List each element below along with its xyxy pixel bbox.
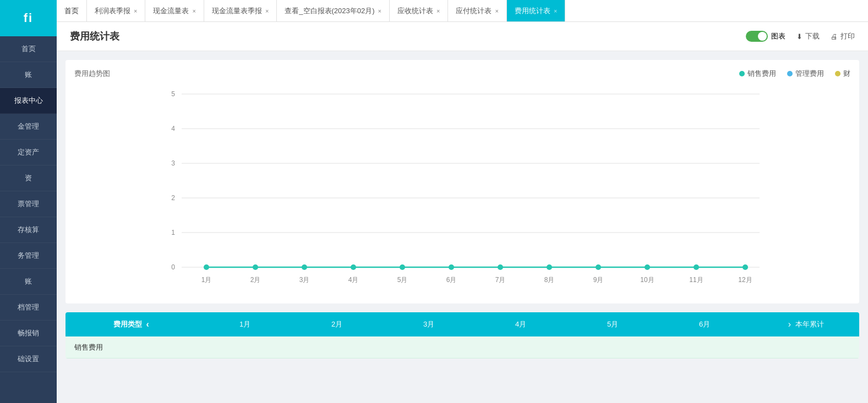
tab-home-label: 首页 — [64, 6, 79, 16]
tab-payable-stats[interactable]: 应付统计表 × — [448, 0, 506, 21]
legend-dot-sales — [739, 71, 745, 76]
print-button[interactable]: 🖨 打印 — [831, 31, 855, 41]
sidebar-item-investment[interactable]: 资 — [0, 165, 57, 191]
print-label: 打印 — [840, 31, 855, 41]
legend-label-admin: 管理费用 — [795, 69, 824, 79]
sidebar-item-write-off[interactable]: 畅报销 — [0, 321, 57, 346]
chart-wrapper: 5 4 3 2 1 0 — [74, 84, 850, 295]
header-actions: 图表 ⬇ 下载 🖨 打印 — [746, 31, 855, 42]
tab-receivable-stats-label: 应收统计表 — [397, 6, 433, 16]
legend-label-finance: 财 — [843, 69, 850, 79]
svg-text:4: 4 — [171, 125, 175, 133]
svg-text:0: 0 — [171, 263, 175, 271]
chart-point-9 — [596, 264, 601, 270]
th-m6-label: 6月 — [699, 319, 710, 329]
svg-text:1: 1 — [171, 229, 175, 236]
chart-toggle-wrap[interactable]: 图表 — [746, 31, 785, 42]
tab-payable-stats-close[interactable]: × — [495, 8, 498, 14]
sidebar-item-service-mgmt[interactable]: 务管理 — [0, 243, 57, 269]
tab-receivable-stats-close[interactable]: × — [436, 8, 440, 14]
chart-section: 费用趋势图 销售费用 管理费用 财 — [65, 60, 859, 303]
th-ytd: › 本年累计 — [751, 319, 859, 329]
chart-point-5 — [400, 264, 405, 270]
chart-point-10 — [645, 264, 650, 270]
svg-text:3月: 3月 — [299, 276, 310, 284]
tab-cashflow-quarterly-close[interactable]: × — [265, 8, 269, 14]
sidebar-item-inventory[interactable]: 存核算 — [0, 217, 57, 243]
print-icon: 🖨 — [831, 32, 838, 41]
svg-text:11月: 11月 — [689, 276, 703, 284]
svg-text:2: 2 — [171, 194, 175, 202]
sidebar-item-invoice-mgmt[interactable]: 票管理 — [0, 191, 57, 217]
tab-receivable-stats[interactable]: 应收统计表 × — [390, 0, 448, 21]
svg-text:12月: 12月 — [738, 276, 752, 284]
tab-cashflow-close[interactable]: × — [192, 8, 195, 14]
legend-dot-admin — [787, 71, 793, 76]
svg-text:3: 3 — [171, 159, 175, 167]
th-m3: 3月 — [383, 319, 475, 329]
download-icon: ⬇ — [796, 32, 803, 41]
th-type: 费用类型 ‹ — [65, 319, 199, 329]
tab-cashflow-quarterly[interactable]: 现金流量表季报 × — [204, 0, 277, 21]
tab-expense-stats-close[interactable]: × — [554, 8, 557, 14]
next-months-arrow[interactable]: › — [786, 319, 793, 329]
legend-label-sales: 销售费用 — [747, 69, 776, 79]
svg-text:5月: 5月 — [397, 276, 408, 284]
th-m4-label: 4月 — [515, 319, 526, 329]
table-header-row: 费用类型 ‹ 1月 2月 3月 4月 5月 — [65, 312, 859, 336]
chart-point-8 — [547, 264, 552, 270]
tab-blank-report-close[interactable]: × — [378, 8, 381, 14]
chart-point-11 — [694, 264, 699, 270]
th-ytd-label: 本年累计 — [795, 319, 824, 329]
tab-expense-stats[interactable]: 费用统计表 × — [507, 0, 565, 21]
tab-bar: 首页 利润表季报 × 现金流量表 × 现金流量表季报 × 查看_空白报表(202… — [57, 0, 868, 22]
tab-cashflow-quarterly-label: 现金流量表季报 — [212, 6, 262, 16]
tab-cashflow[interactable]: 现金流量表 × — [145, 0, 204, 21]
sidebar-item-receivables[interactable]: 账 — [0, 269, 57, 295]
th-m4: 4月 — [475, 319, 567, 329]
chart-toggle-label: 图表 — [771, 31, 785, 41]
chart-header: 费用趋势图 销售费用 管理费用 财 — [74, 69, 850, 79]
svg-text:7月: 7月 — [495, 276, 506, 284]
chart-point-1 — [204, 264, 209, 270]
th-m2-label: 2月 — [331, 319, 342, 329]
th-type-label: 费用类型 — [113, 319, 142, 329]
chart-point-2 — [253, 264, 258, 270]
table-row: 销售费用 — [65, 336, 859, 358]
download-button[interactable]: ⬇ 下载 — [796, 31, 820, 41]
chart-point-6 — [449, 264, 454, 270]
svg-text:1月: 1月 — [201, 276, 212, 284]
download-label: 下载 — [805, 31, 820, 41]
svg-text:2月: 2月 — [250, 276, 261, 284]
svg-text:6月: 6月 — [446, 276, 457, 284]
tab-profit-quarterly-close[interactable]: × — [134, 8, 137, 14]
svg-text:9月: 9月 — [593, 276, 604, 284]
tab-profit-quarterly-label: 利润表季报 — [95, 6, 130, 16]
tab-blank-report[interactable]: 查看_空白报表(2023年02月) × — [277, 0, 390, 21]
tab-profit-quarterly[interactable]: 利润表季报 × — [87, 0, 145, 21]
content-area: 费用统计表 图表 ⬇ 下载 🖨 打印 费用趋势图 — [57, 22, 868, 403]
tab-home[interactable]: 首页 — [57, 0, 87, 21]
legend-dot-finance — [835, 71, 840, 76]
sidebar-item-archive-mgmt[interactable]: 档管理 — [0, 295, 57, 321]
svg-text:10月: 10月 — [640, 276, 654, 284]
sidebar-item-home[interactable]: 首页 — [0, 36, 57, 62]
sidebar: fi 首页 账 报表中心 金管理 定资产 资 票管理 存核算 务管理 账 档管理… — [0, 0, 57, 403]
chart-toggle[interactable] — [746, 31, 768, 42]
sidebar-item-fund-mgmt[interactable]: 金管理 — [0, 114, 57, 140]
sidebar-item-account[interactable]: 账 — [0, 62, 57, 88]
table-section: 费用类型 ‹ 1月 2月 3月 4月 5月 — [65, 312, 859, 358]
sidebar-item-fixed-assets[interactable]: 定资产 — [0, 140, 57, 165]
chart-title: 费用趋势图 — [74, 69, 110, 79]
main-area: 首页 利润表季报 × 现金流量表 × 现金流量表季报 × 查看_空白报表(202… — [57, 0, 868, 403]
sidebar-item-base-settings[interactable]: 础设置 — [0, 346, 57, 372]
prev-months-arrow[interactable]: ‹ — [144, 319, 151, 329]
svg-text:8月: 8月 — [544, 276, 555, 284]
line-chart-svg: 5 4 3 2 1 0 — [74, 84, 850, 293]
legend-item-sales: 销售费用 — [739, 69, 776, 79]
sidebar-item-report-center[interactable]: 报表中心 — [0, 88, 57, 114]
th-m6: 6月 — [659, 319, 751, 329]
chart-point-7 — [498, 264, 503, 270]
legend-item-finance: 财 — [835, 69, 850, 79]
svg-text:5: 5 — [171, 90, 175, 98]
